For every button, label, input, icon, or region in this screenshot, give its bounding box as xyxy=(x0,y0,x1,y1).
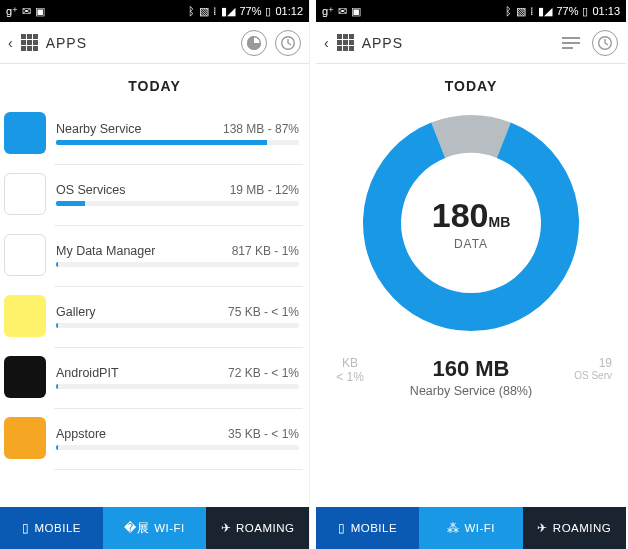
image-icon: ▣ xyxy=(35,5,45,18)
top-bar: ‹ APPS xyxy=(0,22,309,64)
pie-view-button[interactable] xyxy=(241,30,267,56)
app-icon xyxy=(4,417,46,459)
phone-right: g⁺ ✉ ▣ ᛒ ▧ ⁞ ▮◢ 77% ▯ 01:13 ‹ APPS xyxy=(316,0,626,549)
app-icon xyxy=(4,112,46,154)
app-main: Nearby Service138 MB - 87% xyxy=(56,122,299,145)
app-name: AndroidPIT xyxy=(56,366,119,380)
status-right: ᛒ ▧ ⁞ ▮◢ 77% ▯ 01:13 xyxy=(505,5,620,18)
wifi-tab-icon: ⁂ xyxy=(447,521,460,535)
tab-roaming-label: ROAMING xyxy=(236,522,294,534)
battery-icon: ▯ xyxy=(265,5,271,18)
tab-wifi[interactable]: ⁂ WI-FI xyxy=(419,507,522,549)
app-main: Appstore35 KB - < 1% xyxy=(56,427,299,450)
grid-icon[interactable] xyxy=(21,34,38,51)
signal-icon: ▮◢ xyxy=(221,5,235,18)
plane-icon: ✈ xyxy=(537,521,548,535)
tab-roaming-label: ROAMING xyxy=(553,522,611,534)
bluetooth-icon: ᛒ xyxy=(505,5,512,17)
status-left: g⁺ ✉ ▣ xyxy=(6,5,45,18)
grid-icon[interactable] xyxy=(337,34,354,51)
app-usage: 817 KB - 1% xyxy=(232,244,299,258)
app-row[interactable]: Nearby Service138 MB - 87% xyxy=(0,104,303,158)
tab-mobile[interactable]: ▯ MOBILE xyxy=(0,507,103,549)
donut-unit: MB xyxy=(488,214,510,230)
signal-icon: ▮◢ xyxy=(538,5,552,18)
app-icon xyxy=(4,173,46,215)
app-row[interactable]: OS Services19 MB - 12% xyxy=(0,165,303,219)
app-name: Appstore xyxy=(56,427,106,441)
app-row[interactable]: Gallery75 KB - < 1% xyxy=(0,287,303,341)
app-list[interactable]: Nearby Service138 MB - 87%OS Services19 … xyxy=(0,104,309,507)
app-name: OS Services xyxy=(56,183,125,197)
summary-prev-top: KB xyxy=(330,356,370,370)
battery-text: 77% xyxy=(239,5,261,17)
top-bar: ‹ APPS xyxy=(316,22,626,64)
phone-left: g⁺ ✉ ▣ ᛒ ▧ ⁞ ▮◢ 77% ▯ 01:12 ‹ APPS xyxy=(0,0,310,549)
app-name: Gallery xyxy=(56,305,96,319)
phone-icon: ▯ xyxy=(338,521,346,535)
app-name: Nearby Service xyxy=(56,122,141,136)
mail-icon: ✉ xyxy=(338,5,347,18)
donut-center: 180MB DATA xyxy=(356,108,586,338)
app-main: AndroidPIT72 KB - < 1% xyxy=(56,366,299,389)
app-row[interactable]: My Data Manager817 KB - 1% xyxy=(0,226,303,280)
section-title: TODAY xyxy=(316,64,626,104)
battery-text: 77% xyxy=(556,5,578,17)
app-name: My Data Manager xyxy=(56,244,155,258)
wifi-tab-icon: �展 xyxy=(124,520,149,537)
page-title: APPS xyxy=(362,35,550,51)
back-icon[interactable]: ‹ xyxy=(8,35,13,51)
tab-roaming[interactable]: ✈ ROAMING xyxy=(523,507,626,549)
gplus-icon: g⁺ xyxy=(6,5,18,18)
usage-bar xyxy=(56,384,299,389)
donut-label: DATA xyxy=(454,237,488,251)
summary-next-bot: OS Serv xyxy=(572,370,612,381)
clock-text: 01:13 xyxy=(592,5,620,17)
vibrate-off-icon: ▧ xyxy=(516,5,526,18)
image-icon: ▣ xyxy=(351,5,361,18)
donut-area: 180MB DATA KB < 1% 160 MB Nearby Service… xyxy=(316,104,626,507)
app-row[interactable]: Appstore35 KB - < 1% xyxy=(0,409,303,463)
clock-text: 01:12 xyxy=(275,5,303,17)
app-main: My Data Manager817 KB - 1% xyxy=(56,244,299,267)
usage-bar xyxy=(56,140,299,145)
bottom-tabs: ▯ MOBILE �展 WI-FI ✈ ROAMING xyxy=(0,507,309,549)
status-right: ᛒ ▧ ⁞ ▮◢ 77% ▯ 01:12 xyxy=(188,5,303,18)
summary-prev: KB < 1% xyxy=(330,356,370,384)
back-icon[interactable]: ‹ xyxy=(324,35,329,51)
summary-row[interactable]: KB < 1% 160 MB Nearby Service (88%) 19 O… xyxy=(326,356,616,398)
app-icon xyxy=(4,234,46,276)
summary-center: 160 MB Nearby Service (88%) xyxy=(410,356,532,398)
app-icon xyxy=(4,295,46,337)
app-usage: 75 KB - < 1% xyxy=(228,305,299,319)
app-usage: 19 MB - 12% xyxy=(230,183,299,197)
wifi-icon: ⁞ xyxy=(530,5,534,18)
summary-next: 19 OS Serv xyxy=(572,356,612,381)
donut-value: 180 xyxy=(432,196,489,234)
tab-mobile[interactable]: ▯ MOBILE xyxy=(316,507,419,549)
battery-icon: ▯ xyxy=(582,5,588,18)
tab-wifi[interactable]: �展 WI-FI xyxy=(103,507,206,549)
plane-icon: ✈ xyxy=(221,521,232,535)
section-title: TODAY xyxy=(0,64,309,104)
summary-next-top: 19 xyxy=(572,356,612,370)
list-icon xyxy=(562,37,580,49)
status-bar: g⁺ ✉ ▣ ᛒ ▧ ⁞ ▮◢ 77% ▯ 01:12 xyxy=(0,0,309,22)
mail-icon: ✉ xyxy=(22,5,31,18)
app-icon xyxy=(4,356,46,398)
app-main: Gallery75 KB - < 1% xyxy=(56,305,299,328)
summary-value: 160 MB xyxy=(410,356,532,382)
app-usage: 35 KB - < 1% xyxy=(228,427,299,441)
history-button[interactable] xyxy=(275,30,301,56)
history-button[interactable] xyxy=(592,30,618,56)
tab-roaming[interactable]: ✈ ROAMING xyxy=(206,507,309,549)
page-title: APPS xyxy=(46,35,233,51)
bottom-tabs: ▯ MOBILE ⁂ WI-FI ✈ ROAMING xyxy=(316,507,626,549)
donut-chart[interactable]: 180MB DATA xyxy=(356,108,586,338)
app-row[interactable]: AndroidPIT72 KB - < 1% xyxy=(0,348,303,402)
list-view-button[interactable] xyxy=(558,30,584,56)
tab-mobile-label: MOBILE xyxy=(351,522,397,534)
usage-bar xyxy=(56,262,299,267)
usage-bar xyxy=(56,201,299,206)
usage-bar xyxy=(56,323,299,328)
